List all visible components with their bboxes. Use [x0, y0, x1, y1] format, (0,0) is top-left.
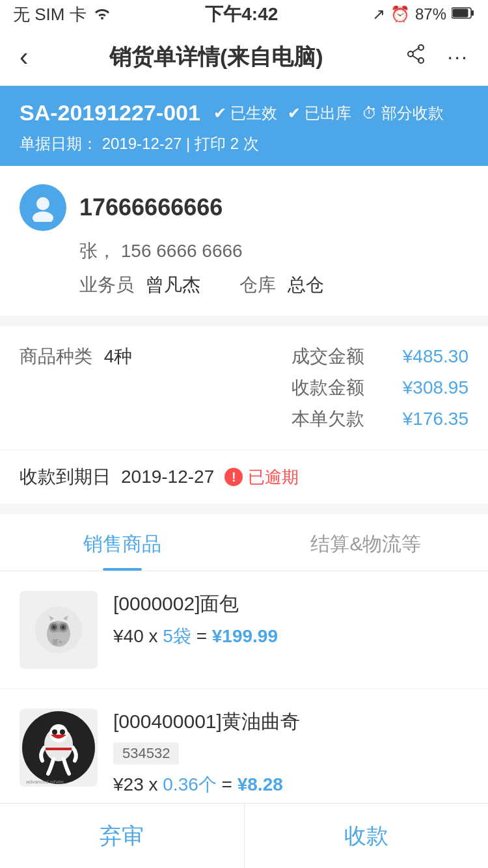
product-info-2: [000400001]黄油曲奇 534532 ¥23 x 0.36个 = ¥8.… [113, 709, 468, 797]
price-base-1: ¥40 [113, 626, 144, 646]
abandon-review-button[interactable]: 弃审 [0, 804, 245, 868]
customer-name-text: 张， [79, 241, 116, 261]
tabs-bar: 销售商品 结算&物流等 [0, 514, 488, 571]
product-title-1: 面包 [200, 593, 239, 614]
list-item: advanced whate [000400001]黄油曲奇 534532 ¥2… [0, 689, 488, 817]
status-bar-time: 下午4:42 [205, 2, 278, 27]
due-date-value: 2019-12-27 [121, 467, 214, 487]
carrier-text: 无 SIM 卡 [13, 3, 87, 26]
customer-phone2: 156 6666 6666 [121, 241, 243, 261]
collect-payment-button[interactable]: 收款 [245, 804, 489, 868]
product-thumb-1: 签+ [20, 591, 98, 669]
warehouse-value: 总仓 [288, 275, 324, 295]
svg-point-21 [52, 729, 57, 735]
collected-row: 收款金额 ¥308.95 [291, 375, 468, 400]
product-total-1: ¥199.99 [212, 626, 278, 646]
battery-text: 87% [415, 5, 446, 23]
header-banner-bottom: 单据日期： 2019-12-27 | 打印 2 次 [20, 133, 468, 154]
back-button[interactable]: ‹ [20, 42, 28, 72]
due-date-section: 收款到期日 2019-12-27 ! 已逾期 [0, 450, 488, 504]
tab-settlement-label: 结算&物流等 [310, 533, 421, 554]
salesperson-field: 业务员 曾凡杰 [79, 273, 200, 297]
tab-settlement[interactable]: 结算&物流等 [244, 514, 488, 571]
order-date: 2019-12-27 [102, 135, 182, 152]
salesperson-value: 曾凡杰 [146, 275, 200, 295]
svg-point-20 [49, 724, 68, 742]
print-count: 2 次 [230, 135, 259, 152]
share-button[interactable] [404, 42, 427, 72]
svg-point-5 [33, 211, 53, 222]
svg-rect-3 [452, 9, 468, 18]
deal-amount-value: ¥485.30 [377, 346, 468, 367]
status-tag-effective: ✔ 已生效 [213, 103, 277, 124]
tab-sales-label: 销售商品 [83, 533, 161, 554]
clock-icon: ⏱ [362, 104, 377, 122]
collected-label: 收款金额 [291, 375, 364, 400]
product-price-1: ¥40 x 5袋 = ¥199.99 [113, 624, 468, 649]
nav-actions: ··· [404, 42, 468, 72]
product-qty-1: 5袋 [163, 626, 191, 646]
overdue-icon: ! [224, 468, 243, 486]
svg-rect-2 [471, 10, 474, 16]
product-info-1: [0000002]面包 ¥40 x 5袋 = ¥199.99 [113, 591, 468, 649]
customer-section: 17666666666 张， 156 6666 6666 业务员 曾凡杰 仓库 … [0, 166, 488, 316]
status-effective-label: 已生效 [230, 103, 277, 124]
product-thumb-2: advanced whate [20, 709, 98, 787]
overdue-badge: ! 已逾期 [224, 466, 299, 489]
customer-meta: 业务员 曾凡杰 仓库 总仓 [79, 273, 468, 297]
tabs-section: 销售商品 结算&物流等 [0, 504, 488, 817]
nav-bar: ‹ 销货单详情(来自电脑) ··· [0, 29, 488, 86]
list-item: 签+ [0000002]面包 ¥40 x 5袋 = ¥199.99 [0, 571, 488, 689]
status-bar-right: ↗ ⏰ 87% [372, 5, 475, 23]
summary-left: 商品种类 4种 [20, 344, 132, 369]
svg-point-12 [53, 626, 55, 629]
product-code-2: [000400001] [113, 711, 222, 732]
customer-phone: 17666666666 [79, 194, 223, 221]
status-tag-partial: ⏱ 部分收款 [362, 103, 444, 124]
abandon-review-label: 弃审 [100, 821, 144, 851]
order-header-banner: SA-20191227-001 ✔ 已生效 ✔ 已出库 ⏱ 部分收款 单据日期：… [0, 86, 488, 166]
product-name-1: [0000002]面包 [113, 591, 468, 617]
svg-point-13 [62, 626, 64, 629]
product-tag-2: 534532 [113, 742, 179, 765]
deal-amount-label: 成交金额 [291, 344, 364, 369]
alarm-icon: ⏰ [390, 5, 410, 23]
collected-value: ¥308.95 [377, 377, 468, 398]
page-title: 销货单详情(来自电脑) [109, 42, 323, 72]
status-tags: ✔ 已生效 ✔ 已出库 ⏱ 部分收款 [213, 103, 444, 124]
more-button[interactable]: ··· [447, 45, 468, 69]
tab-sales-products[interactable]: 销售商品 [0, 514, 244, 571]
summary-section: 商品种类 4种 成交金额 ¥485.30 收款金额 ¥308.95 本单欠款 ¥… [0, 326, 488, 450]
svg-point-22 [60, 729, 65, 735]
date-label: 单据日期： [20, 135, 98, 152]
owed-label: 本单欠款 [291, 407, 364, 431]
multiply-sign-1: x [149, 626, 163, 646]
print-label: 打印 [195, 135, 226, 152]
product-total-2: ¥8.28 [237, 774, 283, 794]
location-icon: ↗ [372, 5, 385, 23]
svg-point-0 [101, 17, 103, 20]
product-code-1: [0000002] [113, 593, 200, 614]
svg-text:签+: 签+ [52, 638, 62, 645]
product-name-2: [000400001]黄油曲奇 [113, 709, 468, 735]
product-price-2: ¥23 x 0.36个 = ¥8.28 [113, 772, 468, 797]
collect-payment-label: 收款 [344, 821, 388, 851]
deal-amount-row: 成交金额 ¥485.30 [291, 344, 468, 369]
status-shipped-label: 已出库 [305, 103, 351, 124]
overdue-label: 已逾期 [248, 466, 299, 489]
product-list: 签+ [0000002]面包 ¥40 x 5袋 = ¥199.99 [0, 571, 488, 817]
status-bar: 无 SIM 卡 下午4:42 ↗ ⏰ 87% [0, 0, 488, 29]
owed-row: 本单欠款 ¥176.35 [291, 407, 468, 431]
multiply-sign-2: x [149, 774, 163, 794]
product-type-count: 4种 [104, 346, 133, 366]
product-qty-2: 0.36个 [163, 774, 217, 794]
due-date-label: 收款到期日 [20, 465, 111, 489]
header-banner-top: SA-20191227-001 ✔ 已生效 ✔ 已出库 ⏱ 部分收款 [20, 100, 468, 126]
equals-sign-2: = [222, 774, 237, 794]
order-number: SA-20191227-001 [20, 100, 200, 126]
warehouse-field: 仓库 总仓 [239, 273, 324, 297]
product-title-2: 黄油曲奇 [222, 711, 300, 732]
wifi-signal-icon [93, 5, 111, 25]
warehouse-label: 仓库 [239, 275, 276, 295]
status-tag-shipped: ✔ 已出库 [288, 103, 351, 124]
